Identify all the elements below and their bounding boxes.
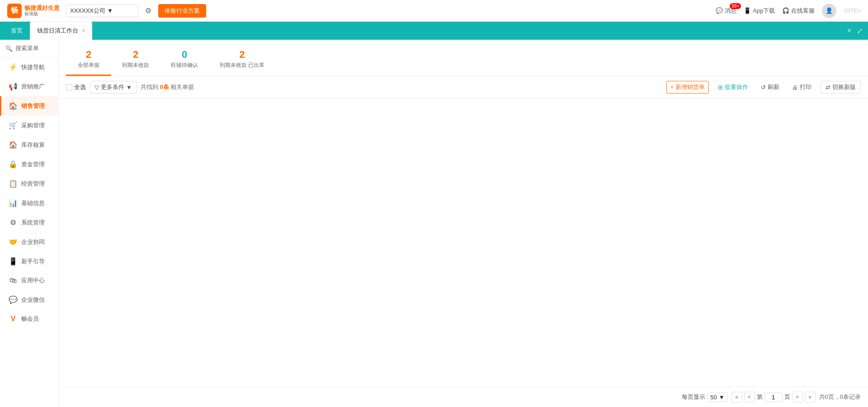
pagination-bar: 每页显示 50 ▼ « < 第 页 > » 共0页，0条记录 — [59, 387, 868, 407]
page-suffix: 页 — [784, 393, 790, 401]
top-header: 畅 畅捷通好生意 标准版 XXXXXX公司 ▼ ⚙ 体验行业方案 💬 消息 99… — [0, 0, 868, 22]
app-download-action[interactable]: 📱 App下载 — [744, 7, 775, 15]
member-icon: V — [9, 315, 18, 323]
sales-icon: 🏠 — [9, 102, 18, 110]
search-label: 搜索菜单 — [15, 44, 39, 52]
sidebar-item-guide[interactable]: 📱 新手引导 — [0, 252, 58, 271]
experience-btn[interactable]: 体验行业方案 — [158, 4, 206, 18]
print-icon: 🖨 — [792, 84, 798, 91]
online-service-action[interactable]: 🎧 在线客服 — [782, 7, 815, 15]
batch-operation-btn[interactable]: ⊞ 批量操作 — [714, 81, 752, 93]
filter-btn[interactable]: ▽ 更多条件 ▼ — [90, 81, 137, 94]
wechat-label: 企业微信 — [21, 296, 45, 304]
total-info: 共0页，0条记录 — [819, 393, 861, 401]
found-text: 共找到 0条 相关单据 — [141, 83, 194, 91]
add-sales-label: + 新增销货单 — [670, 83, 705, 91]
settings-icon[interactable]: ⚙ — [142, 5, 155, 17]
sidebar-item-quick-nav[interactable]: ⚡ 快捷导航 — [0, 57, 58, 77]
content-area: 2 全部单据 2 到期未收款 0 旺辅待确认 2 到期未收款 已出库 — [59, 40, 868, 407]
page-prev-btn[interactable]: < — [744, 392, 755, 402]
sidebar-item-purchase[interactable]: 🛒 采购管理 — [0, 116, 58, 135]
tab-minimize-btn[interactable]: × — [845, 25, 853, 37]
quick-nav-label: 快捷导航 — [21, 63, 45, 71]
main-layout: 🔍 搜索菜单 ⚡ 快捷导航 📢 营销推广 🏠 销售管理 🛒 采购管理 🏠 库存核… — [0, 40, 868, 407]
tab-close-icon[interactable]: × — [82, 28, 85, 34]
sidebar-item-marketing[interactable]: 📢 营销推广 — [0, 77, 58, 96]
purchase-label: 采购管理 — [21, 122, 45, 130]
sidebar-item-app-center[interactable]: 🛍 应用中心 — [0, 271, 58, 290]
sidebar: 🔍 搜索菜单 ⚡ 快捷导航 📢 营销推广 🏠 销售管理 🛒 采购管理 🏠 库存核… — [0, 40, 59, 407]
quick-nav-icon: ⚡ — [9, 63, 18, 71]
sales-label: 销售管理 — [21, 102, 45, 110]
wechat-icon: 💬 — [9, 295, 18, 304]
finance-icon: 🔒 — [9, 160, 18, 168]
stat-tab-overdue[interactable]: 2 到期未收款 — [111, 45, 160, 76]
print-btn[interactable]: 🖨 打印 — [788, 81, 815, 93]
switch-new-version-btn[interactable]: ⇄ 切换新版 — [821, 81, 861, 94]
stat-overdue-num: 2 — [133, 49, 138, 61]
often-label: OfTEn — [844, 7, 861, 14]
sidebar-item-sales[interactable]: 🏠 销售管理 — [0, 96, 58, 116]
inventory-label: 库存核算 — [21, 141, 45, 149]
add-sales-btn[interactable]: + 新增销货单 — [666, 81, 709, 94]
tab-home[interactable]: 首页 — [4, 22, 30, 40]
marketing-icon: 📢 — [9, 82, 18, 91]
batch-icon: ⊞ — [718, 84, 723, 91]
toolbar-left: 全选 ▽ 更多条件 ▼ 共找到 0条 相关单据 — [66, 81, 194, 94]
finance-label: 资金管理 — [21, 160, 45, 168]
tab-maximize-btn[interactable]: ⤢ — [855, 25, 864, 37]
app-center-icon: 🛍 — [9, 276, 18, 285]
avatar-icon: 👤 — [826, 7, 833, 14]
per-page-label: 每页显示 — [682, 393, 705, 401]
app-download-icon: 📱 — [744, 7, 751, 14]
sidebar-search[interactable]: 🔍 搜索菜单 — [0, 40, 58, 57]
stat-tab-unshipped[interactable]: 2 到期未收款 已出库 — [209, 45, 275, 76]
sidebar-item-inventory[interactable]: 🏠 库存核算 — [0, 135, 58, 154]
user-name[interactable]: OfTEn — [844, 7, 861, 14]
member-label: 畅会员 — [21, 315, 39, 323]
toolbar: 全选 ▽ 更多条件 ▼ 共找到 0条 相关单据 + 新增销货单 ⊞ 批量操作 — [59, 76, 868, 98]
page-size-value: 50 — [710, 394, 717, 401]
select-all-label: 全选 — [74, 83, 86, 91]
sidebar-item-finance[interactable]: 🔒 资金管理 — [0, 154, 58, 174]
refresh-label: 刷新 — [768, 83, 779, 91]
page-last-btn[interactable]: » — [805, 392, 816, 402]
purchase-icon: 🛒 — [9, 121, 18, 130]
sidebar-item-basic-info[interactable]: 📊 基础信息 — [0, 193, 58, 213]
print-label: 打印 — [800, 83, 811, 91]
tab-active[interactable]: 钱货日清工作台 × — [30, 22, 92, 40]
select-all-checkbox[interactable] — [66, 84, 72, 90]
page-next-btn[interactable]: > — [792, 392, 803, 402]
table-area — [59, 98, 868, 387]
page-first-btn[interactable]: « — [731, 392, 742, 402]
operations-label: 经营管理 — [21, 180, 45, 188]
sidebar-item-operations[interactable]: 📋 经营管理 — [0, 174, 58, 193]
avatar[interactable]: 👤 — [822, 4, 836, 18]
message-action[interactable]: 💬 消息 99+ — [716, 7, 736, 15]
stat-tab-all[interactable]: 2 全部单据 — [66, 45, 111, 76]
select-all-area[interactable]: 全选 — [66, 83, 86, 91]
sidebar-item-system[interactable]: ⚙ 系统管理 — [0, 213, 58, 232]
filter-chevron: ▼ — [126, 84, 132, 91]
tab-bar: 首页 钱货日清工作台 × × ⤢ — [0, 22, 868, 40]
filter-icon: ▽ — [94, 84, 99, 91]
basic-info-label: 基础信息 — [21, 199, 45, 207]
toolbar-right: + 新增销货单 ⊞ 批量操作 ↺ 刷新 🖨 打印 ⇄ 切换新版 — [666, 81, 861, 94]
company-selector[interactable]: XXXXXX公司 ▼ — [66, 5, 138, 17]
sidebar-item-member[interactable]: V 畅会员 — [0, 309, 58, 328]
cooperation-label: 企业协同 — [21, 238, 45, 246]
switch-icon: ⇄ — [826, 84, 830, 91]
sidebar-item-cooperation[interactable]: 🤝 企业协同 — [0, 232, 58, 252]
refresh-btn[interactable]: ↺ 刷新 — [757, 81, 783, 93]
sidebar-item-wechat[interactable]: 💬 企业微信 — [0, 290, 58, 309]
logo-main: 畅捷通好生意 — [24, 5, 60, 12]
system-label: 系统管理 — [21, 219, 45, 227]
app-center-label: 应用中心 — [21, 276, 45, 285]
tab-home-label: 首页 — [11, 27, 23, 35]
guide-icon: 📱 — [9, 257, 18, 266]
found-count: 0条 — [160, 84, 169, 90]
stat-tab-pending[interactable]: 0 旺辅待确认 — [160, 45, 209, 76]
page-size-dropdown[interactable]: 50 ▼ — [707, 393, 727, 402]
page-input[interactable] — [764, 393, 783, 402]
marketing-label: 营销推广 — [21, 83, 45, 91]
